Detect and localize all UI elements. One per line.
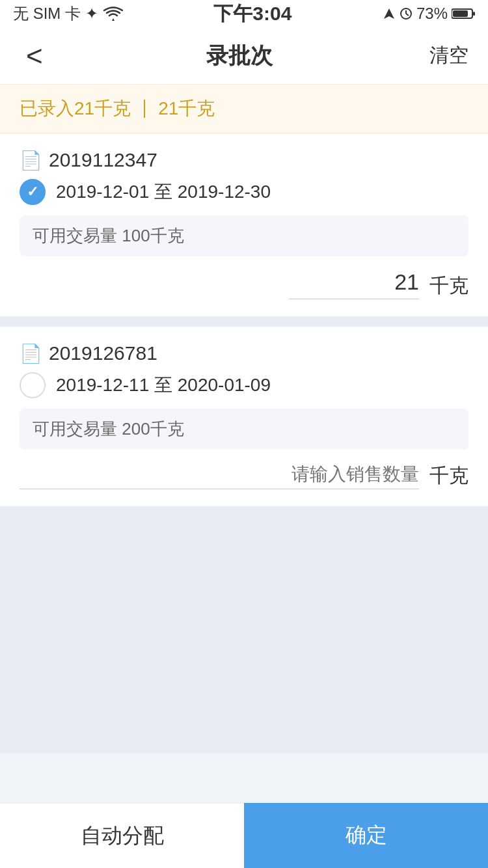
doc-icon-1: 📄	[20, 150, 42, 171]
status-right: 73%	[383, 5, 475, 23]
nav-bar: < 录批次 清空	[0, 27, 488, 85]
clear-button[interactable]: 清空	[429, 42, 468, 69]
doc-icon-2: 📄	[20, 343, 42, 364]
empty-area	[0, 506, 488, 753]
recorded-amount: 已录入21千克	[20, 96, 131, 121]
wifi-icon	[103, 7, 123, 21]
batch-card-2: 📄 2019126781 2019-12-11 至 2020-01-09 可用交…	[0, 327, 488, 450]
page-title: 录批次	[206, 41, 273, 71]
back-button[interactable]: <	[20, 33, 49, 79]
batch-header-1: 📄 2019112347	[20, 149, 468, 171]
location-icon	[383, 7, 396, 20]
svg-rect-4	[453, 10, 468, 17]
info-banner: 已录入21千克 21千克	[0, 85, 488, 133]
section-divider	[0, 316, 488, 327]
batch-available-2: 可用交易量 200千克	[20, 409, 468, 450]
batch-quantity-input-2[interactable]	[20, 464, 419, 485]
clock-icon	[400, 7, 413, 20]
batch-id-1: 2019112347	[49, 149, 157, 171]
recorded-value: 21千克	[158, 96, 215, 121]
banner-divider	[144, 100, 145, 118]
status-bar: 无 SIM 卡 ✦ 下午3:04 73%	[0, 0, 488, 27]
svg-line-2	[406, 14, 409, 16]
batch-id-2: 2019126781	[49, 342, 157, 364]
status-left: 无 SIM 卡 ✦	[13, 3, 123, 24]
svg-rect-5	[473, 12, 475, 16]
batch-date-row-1: 2019-12-01 至 2019-12-30	[20, 179, 468, 205]
batch-radio-2[interactable]	[20, 372, 46, 398]
batch-date-row-2: 2019-12-11 至 2020-01-09	[20, 372, 468, 398]
batch-unit-1: 千克	[429, 273, 468, 299]
batch-date-2: 2019-12-11 至 2020-01-09	[56, 373, 271, 398]
sim-text: 无 SIM 卡 ✦	[13, 3, 98, 24]
batch-date-1: 2019-12-01 至 2019-12-30	[56, 180, 271, 204]
battery-icon	[452, 8, 475, 20]
batch-quantity-1: 21	[394, 269, 419, 295]
auto-distribute-button[interactable]: 自动分配	[0, 803, 244, 868]
batch-header-2: 📄 2019126781	[20, 342, 468, 364]
batch-unit-2: 千克	[429, 463, 468, 489]
batch-radio-1[interactable]	[20, 179, 46, 205]
status-time: 下午3:04	[213, 1, 291, 27]
batch-available-1: 可用交易量 100千克	[20, 215, 468, 256]
batch-card-1: 📄 2019112347 2019-12-01 至 2019-12-30 可用交…	[0, 133, 488, 256]
bottom-bar: 自动分配 确定	[0, 803, 488, 868]
confirm-button[interactable]: 确定	[244, 803, 488, 868]
battery-text: 73%	[416, 5, 448, 23]
